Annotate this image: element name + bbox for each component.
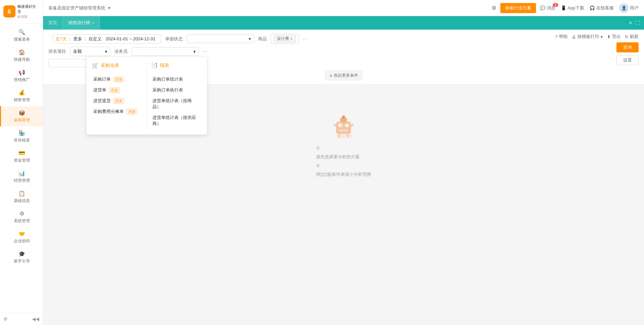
logo-icon: 6 <box>3 5 15 17</box>
newbie-nav-icon: 🎓 <box>19 251 25 257</box>
sidebar-item-system[interactable]: ⚙系统管理 <box>0 207 43 227</box>
main-area: 装备及固定资产辅助管理系统 ▾ ⚙ 体验行业方案 💬 消息 9 📱 App下载 … <box>43 0 644 325</box>
purchase-col-title: 🛒 采购业务 <box>92 62 143 70</box>
tab-home[interactable]: 首页 <box>43 16 63 30</box>
date-last7[interactable]: 近7天 <box>56 36 67 42</box>
sidebar-item-enterprise[interactable]: 🤝企业协同 <box>0 227 43 247</box>
operation-nav-icon: 📊 <box>19 170 25 176</box>
menu-item-return[interactable]: 进货退货 历史 <box>92 95 143 106</box>
tab-home-label: 首页 <box>48 20 57 26</box>
rank-value: 金额 <box>73 48 82 54</box>
system-nav-label: 系统管理 <box>14 218 30 224</box>
enterprise-nav-icon: 🤝 <box>19 231 25 237</box>
date-more[interactable]: 更多 <box>73 36 82 42</box>
logo-badge: 标准版 <box>17 14 39 19</box>
app-logo: 6 畅捷通好生意 标准版 <box>0 0 43 24</box>
finance-nav-label: 资金管理 <box>14 158 30 163</box>
industry-solution-button[interactable]: 体验行业方案 <box>500 3 536 13</box>
topbar-chevron-icon[interactable]: ▾ <box>108 5 110 10</box>
basic-nav-icon: 📋 <box>19 190 25 197</box>
menu-item-inbound-by-goods[interactable]: 进货单统计表（按商品） <box>151 95 202 112</box>
logo-text: 畅捷通好生意 <box>17 4 39 14</box>
dropdown-columns: 🛒 采购业务 采购订单 历史 进货单 历史 <box>92 62 202 129</box>
newbie-nav-label: 新手引导 <box>14 258 30 264</box>
avatar: 👤 <box>619 3 629 13</box>
messages-icon-item[interactable]: 💬 消息 9 <box>540 5 556 11</box>
inventory-nav-icon: 🏪 <box>19 130 25 136</box>
user-name-label: 用户 <box>630 5 639 11</box>
tab-expand-icon[interactable]: ⛶ <box>635 20 640 26</box>
tab-end-controls: ✕ ⛶ <box>624 16 644 30</box>
app-download-label: App下载 <box>568 5 584 11</box>
sidebar: 6 畅捷通好生意 标准版 🔍搜索菜单🏠快捷导航📢营销推广💰销售管理📦采购管理🏪库… <box>0 0 43 325</box>
topbar-gear-icon[interactable]: ⚙ <box>492 5 496 11</box>
sales-nav-label: 销售管理 <box>14 97 30 103</box>
purchase-nav-icon: 📦 <box>19 110 25 116</box>
headset-icon: 🎧 <box>589 5 595 10</box>
logo-text-block: 畅捷通好生意 标准版 <box>17 4 39 19</box>
messages-badge: 9 <box>553 3 558 7</box>
topbar-icons-group: 💬 消息 9 📱 App下载 🎧 在线客服 👤 用户 <box>540 3 639 13</box>
sales-nav-icon: 💰 <box>19 89 25 96</box>
sidebar-item-basic[interactable]: 📋基础信息 <box>0 187 43 207</box>
sidebar-bottom: ⚙ ◀◀ <box>0 313 43 325</box>
app-download-item[interactable]: 📱 App下载 <box>561 5 584 11</box>
tab-sales-rank[interactable]: 销售排行榜 × <box>63 16 100 30</box>
menu-item-inbound-by-supplier[interactable]: 进货单统计表（按供应商） <box>151 112 202 129</box>
inbound-badge: 历史 <box>109 87 120 93</box>
sidebar-item-marketing[interactable]: 📢营销推广 <box>0 66 43 86</box>
search-nav-icon: 🔍 <box>19 29 25 35</box>
sidebar-item-inventory[interactable]: 🏪库存核算 <box>0 126 43 147</box>
report-col-label: 报表 <box>160 63 169 69</box>
purchase-col-icon: 🛒 <box>92 62 99 69</box>
menu-item-expense[interactable]: 采购费用分摊单 历史 <box>92 106 143 117</box>
basic-nav-label: 基础信息 <box>14 198 30 204</box>
purchase-col: 🛒 采购业务 采购订单 历史 进货单 历史 <box>92 62 143 129</box>
menu-item-order-stat[interactable]: 采购订单统计表 <box>151 74 202 85</box>
collapse-sidebar-icon[interactable]: ◀◀ <box>32 316 39 322</box>
dropdown-overlay: 🛒 采购业务 采购订单 历史 进货单 历史 <box>86 30 644 325</box>
marketing-nav-icon: 📢 <box>19 69 25 76</box>
topbar: 装备及固定资产辅助管理系统 ▾ ⚙ 体验行业方案 💬 消息 9 📱 App下载 … <box>43 0 644 16</box>
report-col-title: 📑 报表 <box>151 62 202 70</box>
phone-icon: 📱 <box>561 5 566 10</box>
settings-bottom-icon[interactable]: ⚙ <box>3 316 8 322</box>
tab-sales-rank-label: 销售排行榜 <box>68 20 90 26</box>
online-service-item[interactable]: 🎧 在线客服 <box>589 5 614 11</box>
tabbar: 首页 销售排行榜 × ✕ ⛶ <box>43 16 644 30</box>
rank-label: 排名项目 <box>48 48 66 54</box>
online-service-label: 在线客服 <box>596 5 614 11</box>
report-col-icon: 📑 <box>151 62 158 69</box>
inbound-label: 进货单 <box>93 87 106 93</box>
purchase-dropdown-menu: 🛒 采购业务 采购订单 历史 进货单 历史 <box>86 56 207 135</box>
sidebar-item-search[interactable]: 🔍搜索菜单 <box>0 26 43 46</box>
return-label: 进货退货 <box>93 98 111 104</box>
menu-item-inbound[interactable]: 进货单 历史 <box>92 85 143 95</box>
system-title-text: 装备及固定资产辅助管理系统 <box>48 5 105 11</box>
purchase-nav-label: 采购管理 <box>14 117 30 123</box>
sidebar-item-finance[interactable]: 💳资金管理 <box>0 147 43 167</box>
marketing-nav-label: 营销推广 <box>14 77 30 83</box>
purchase-order-label: 采购订单 <box>93 76 111 82</box>
tab-close-icon[interactable]: × <box>92 21 94 25</box>
expense-badge: 历史 <box>127 109 137 115</box>
purchase-order-badge: 历史 <box>113 77 124 82</box>
sidebar-item-operation[interactable]: 📊经营管理 <box>0 167 43 187</box>
tab-close-all-icon[interactable]: ✕ <box>629 20 633 26</box>
user-avatar-item[interactable]: 👤 用户 <box>619 3 639 13</box>
sidebar-item-quicknav[interactable]: 🏠快捷导航 <box>0 46 43 66</box>
purchase-col-label: 采购业务 <box>101 63 119 69</box>
quicknav-nav-label: 快捷导航 <box>14 57 30 63</box>
dropdown-divider <box>147 62 147 129</box>
expense-label: 采购费用分摊单 <box>93 109 124 115</box>
sidebar-nav: 🔍搜索菜单🏠快捷导航📢营销推广💰销售管理📦采购管理🏪库存核算💳资金管理📊经营管理… <box>0 24 43 313</box>
return-badge: 历史 <box>113 98 124 104</box>
sidebar-item-newbie[interactable]: 🎓新手引导 <box>0 247 43 268</box>
system-nav-icon: ⚙ <box>20 210 24 217</box>
menu-item-order-exec[interactable]: 采购订单执行表 <box>151 85 202 95</box>
menu-item-purchase-order[interactable]: 采购订单 历史 <box>92 74 143 85</box>
sidebar-item-purchase[interactable]: 📦采购管理 <box>0 106 43 126</box>
search-nav-label: 搜索菜单 <box>14 37 30 42</box>
operation-nav-label: 经营管理 <box>14 178 30 184</box>
sidebar-item-sales[interactable]: 💰销售管理 <box>0 86 43 106</box>
